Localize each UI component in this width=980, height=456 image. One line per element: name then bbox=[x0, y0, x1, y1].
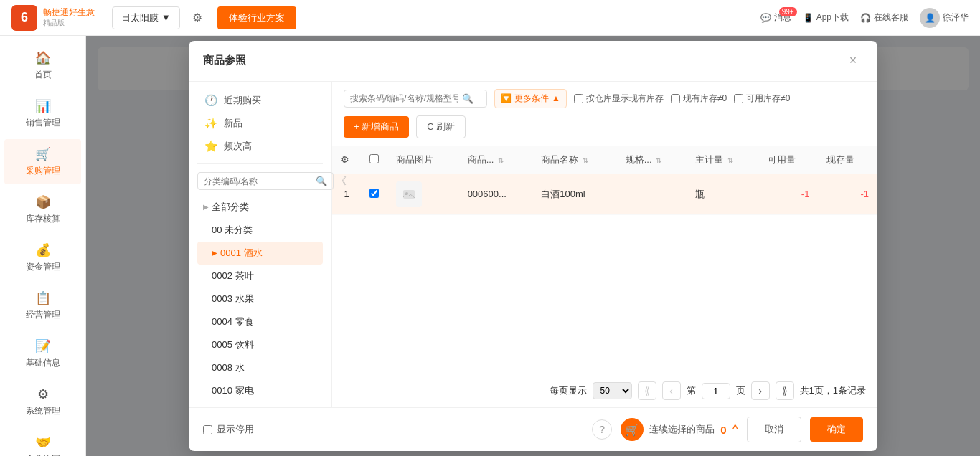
category-0003-label: 0003 水果 bbox=[212, 293, 254, 305]
category-0005[interactable]: 0005 饮料 bbox=[197, 333, 323, 356]
finance-icon: 💰 bbox=[35, 242, 51, 258]
show-disabled-checkbox[interactable] bbox=[203, 425, 212, 434]
row-checkbox[interactable] bbox=[369, 189, 379, 198]
logo-icon: 6 bbox=[11, 5, 37, 31]
clock-icon: 🕐 bbox=[204, 94, 218, 107]
checkbox-available-label[interactable]: 可用库存≠0 bbox=[734, 92, 790, 105]
quick-link-new[interactable]: ✨ 新品 bbox=[197, 112, 323, 135]
refresh-button[interactable]: C 刷新 bbox=[416, 115, 466, 138]
category-0002-label: 0002 茶叶 bbox=[212, 270, 254, 282]
checkbox-available[interactable] bbox=[734, 94, 743, 103]
category-0001[interactable]: ▶ 0001 酒水 bbox=[197, 242, 323, 265]
image-placeholder-icon bbox=[402, 187, 416, 201]
show-disabled-text: 显示停用 bbox=[217, 423, 254, 436]
filter-icon: 🔽 bbox=[501, 93, 512, 103]
help-button[interactable]: ? bbox=[592, 419, 612, 440]
category-search-icon: 🔍 bbox=[316, 176, 327, 186]
cancel-button[interactable]: 取消 bbox=[747, 417, 801, 442]
last-page-button[interactable]: ⟫ bbox=[776, 381, 794, 400]
svg-rect-0 bbox=[403, 190, 415, 199]
confirm-button[interactable]: 确定 bbox=[810, 417, 863, 442]
first-page-button[interactable]: ⟪ bbox=[638, 381, 656, 400]
prev-page-button[interactable]: ‹ bbox=[662, 381, 681, 400]
checkbox-stock-label[interactable]: 现有库存≠0 bbox=[671, 92, 727, 105]
customer-service-button[interactable]: 🎧 在线客服 bbox=[860, 11, 908, 24]
modal-title: 商品参照 bbox=[203, 54, 246, 67]
cell-code: 000600... bbox=[459, 174, 533, 214]
checkbox-warehouse-label[interactable]: 按仓库显示现有库存 bbox=[574, 92, 664, 105]
gear-button[interactable]: ⚙ bbox=[186, 6, 209, 29]
sidebar-item-purchase[interactable]: 🛒 采购管理 bbox=[4, 139, 81, 184]
sidebar-item-home[interactable]: 🏠 首页 bbox=[4, 43, 81, 88]
cell-checkbox[interactable] bbox=[361, 174, 387, 214]
category-search-box[interactable]: 🔍 bbox=[197, 172, 334, 190]
sidebar-label-collab: 企业协同 bbox=[26, 453, 60, 456]
quick-link-new-label: 新品 bbox=[224, 117, 242, 130]
col-available: 可用量 bbox=[759, 146, 819, 174]
sidebar-label-purchase: 采购管理 bbox=[26, 165, 60, 177]
table-row[interactable]: 1 bbox=[332, 174, 877, 214]
cart-collapse-button[interactable]: ^ bbox=[732, 422, 738, 437]
cell-spec bbox=[617, 174, 687, 214]
product-search-box[interactable]: 🔍 bbox=[344, 90, 487, 108]
page-size-select[interactable]: 50 10 20 100 bbox=[593, 382, 632, 399]
message-button[interactable]: 💬 消息 99+ bbox=[760, 11, 791, 24]
quick-link-frequent-label: 频次高 bbox=[224, 140, 252, 153]
app-icon: 📱 bbox=[803, 13, 814, 23]
category-all-label: 全部分类 bbox=[212, 201, 249, 214]
page-number-input[interactable] bbox=[702, 383, 730, 399]
checkbox-available-text: 可用库存≠0 bbox=[746, 92, 790, 105]
category-0008[interactable]: 0008 水 bbox=[197, 356, 323, 379]
col-code[interactable]: 商品... ⇅ bbox=[459, 146, 533, 174]
basics-icon: 📝 bbox=[35, 338, 51, 354]
col-spec[interactable]: 规格... ⇅ bbox=[617, 146, 687, 174]
new-icon: ✨ bbox=[204, 117, 218, 130]
headset-icon: 🎧 bbox=[860, 13, 871, 23]
message-badge: 99+ bbox=[779, 7, 797, 16]
modal-header: 商品参照 × bbox=[189, 41, 877, 82]
category-all[interactable]: ▶ 全部分类 bbox=[197, 196, 323, 219]
app-download-button[interactable]: 📱 App下载 bbox=[803, 11, 849, 24]
user-area[interactable]: 👤 徐泽华 bbox=[920, 8, 969, 28]
sidebar-item-inventory[interactable]: 📦 库存核算 bbox=[4, 187, 81, 232]
sidebar-item-finance[interactable]: 💰 资金管理 bbox=[4, 235, 81, 280]
category-search-input[interactable] bbox=[204, 176, 311, 186]
header-right: 💬 消息 99+ 📱 App下载 🎧 在线客服 👤 徐泽华 bbox=[760, 8, 969, 28]
category-00[interactable]: 00 未分类 bbox=[197, 219, 323, 242]
cart-button[interactable]: 🛒 bbox=[621, 418, 644, 441]
trial-button[interactable]: 体验行业方案 bbox=[217, 6, 296, 29]
quick-link-frequent[interactable]: ⭐ 频次高 bbox=[197, 135, 323, 158]
category-0002[interactable]: 0002 茶叶 bbox=[197, 265, 323, 288]
quick-link-recent[interactable]: 🕐 近期购买 bbox=[197, 89, 323, 112]
sidebar-item-collab[interactable]: 🤝 企业协同 bbox=[4, 427, 81, 456]
pagination: 每页显示 50 10 20 100 ⟪ ‹ 第 页 bbox=[332, 374, 877, 407]
col-image: 商品图片 bbox=[387, 146, 459, 174]
sidebar-item-operations[interactable]: 📋 经营管理 bbox=[4, 283, 81, 328]
next-page-button[interactable]: › bbox=[751, 381, 770, 400]
category-0010[interactable]: 0010 家电 bbox=[197, 379, 323, 400]
store-selector[interactable]: 日太阳膜 ▼ bbox=[112, 6, 180, 29]
modal-body: 🕐 近期购买 ✨ 新品 ⭐ 频次高 bbox=[189, 82, 877, 407]
settings-icon[interactable]: ⚙ bbox=[341, 154, 349, 165]
category-0004[interactable]: 0004 零食 bbox=[197, 310, 323, 333]
checkbox-stock[interactable] bbox=[671, 94, 680, 103]
select-all-checkbox[interactable] bbox=[369, 154, 379, 163]
sidebar-item-basics[interactable]: 📝 基础信息 bbox=[4, 331, 81, 376]
modal-close-button[interactable]: × bbox=[843, 51, 863, 71]
modal-overlay: 商品参照 × 🕐 近期购买 ✨ bbox=[86, 36, 980, 456]
col-code-label: 商品... bbox=[468, 154, 494, 165]
sidebar-item-sales[interactable]: 📊 销售管理 bbox=[4, 91, 81, 136]
product-search-input[interactable] bbox=[350, 93, 458, 103]
col-unit[interactable]: 主计量 ⇅ bbox=[687, 146, 758, 174]
checkbox-stock-text: 现有库存≠0 bbox=[683, 92, 727, 105]
checkbox-warehouse[interactable] bbox=[574, 94, 583, 103]
home-icon: 🏠 bbox=[35, 50, 51, 66]
new-product-button[interactable]: + 新增商品 bbox=[344, 116, 409, 138]
filter-button[interactable]: 🔽 更多条件 ▲ bbox=[494, 89, 567, 108]
panel-collapse-button[interactable]: 《 bbox=[336, 170, 347, 193]
col-name[interactable]: 商品名称 ⇅ bbox=[532, 146, 617, 174]
show-disabled-label[interactable]: 显示停用 bbox=[203, 423, 254, 436]
category-0003[interactable]: 0003 水果 bbox=[197, 288, 323, 310]
sidebar-item-system[interactable]: ⚙ 系统管理 bbox=[4, 379, 81, 424]
cart-area: 🛒 连续选择的商品 0 ^ bbox=[621, 418, 738, 441]
